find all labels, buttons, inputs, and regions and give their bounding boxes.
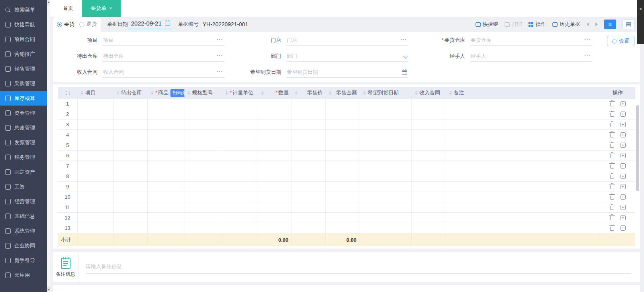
- table-cell[interactable]: [360, 161, 412, 171]
- table-cell[interactable]: [78, 161, 114, 171]
- next-arrow-icon[interactable]: [595, 22, 598, 26]
- doc-date-value[interactable]: 2022-09-21: [131, 20, 162, 27]
- department-input[interactable]: [286, 51, 408, 62]
- table-cell[interactable]: [360, 130, 412, 140]
- table-cell[interactable]: [292, 99, 326, 109]
- table-cell[interactable]: [326, 202, 360, 212]
- table-cell[interactable]: [360, 151, 412, 161]
- table-cell[interactable]: [184, 120, 222, 129]
- table-cell[interactable]: [446, 192, 600, 202]
- table-cell[interactable]: [292, 120, 326, 129]
- table-cell[interactable]: [446, 151, 600, 161]
- table-cell[interactable]: [292, 213, 326, 223]
- table-cell[interactable]: [360, 182, 412, 192]
- table-cell[interactable]: [326, 99, 360, 109]
- delete-row-icon[interactable]: [610, 185, 614, 189]
- sidebar-item[interactable]: 销售管理: [0, 61, 50, 76]
- table-cell[interactable]: [326, 161, 360, 171]
- table-cell[interactable]: [446, 161, 600, 171]
- table-cell[interactable]: [78, 120, 114, 129]
- window-close-icon[interactable]: ×: [639, 6, 642, 12]
- sort-icon[interactable]: [415, 91, 417, 95]
- handler-input[interactable]: [470, 51, 592, 62]
- operations-button[interactable]: 操作: [529, 21, 546, 28]
- remarks-input[interactable]: [86, 260, 631, 274]
- table-cell[interactable]: [222, 213, 258, 223]
- table-cell[interactable]: [222, 223, 258, 233]
- table-cell[interactable]: [114, 223, 148, 233]
- table-cell[interactable]: [148, 171, 184, 181]
- table-cell[interactable]: [258, 161, 292, 171]
- table-cell[interactable]: [78, 182, 114, 192]
- sort-icon[interactable]: [188, 91, 190, 95]
- delete-row-icon[interactable]: [610, 206, 614, 210]
- table-cell[interactable]: [446, 202, 600, 212]
- delete-row-icon[interactable]: [610, 196, 614, 200]
- table-cell[interactable]: [222, 109, 258, 119]
- table-cell[interactable]: [292, 151, 326, 161]
- table-cell[interactable]: [184, 161, 222, 171]
- delete-row-icon[interactable]: [610, 113, 614, 117]
- table-cell[interactable]: [412, 130, 446, 140]
- table-cell[interactable]: [258, 213, 292, 223]
- table-cell[interactable]: [326, 182, 360, 192]
- add-row-icon[interactable]: [621, 174, 626, 179]
- sort-icon[interactable]: [81, 91, 83, 95]
- table-cell[interactable]: [326, 151, 360, 161]
- table-cell[interactable]: [184, 99, 222, 109]
- more-options-icon[interactable]: [217, 68, 223, 74]
- sidebar-item[interactable]: 基础信息: [0, 209, 50, 223]
- table-cell[interactable]: [148, 213, 184, 223]
- sort-icon[interactable]: [295, 91, 298, 95]
- sidebar-item[interactable]: 资金管理: [0, 106, 50, 120]
- table-cell[interactable]: [78, 223, 114, 233]
- more-options-icon[interactable]: [584, 52, 591, 58]
- prev-arrow-icon[interactable]: [587, 22, 589, 26]
- table-cell[interactable]: [184, 171, 222, 181]
- table-scrollbar-thumb[interactable]: [636, 105, 639, 191]
- table-cell[interactable]: [184, 202, 222, 212]
- doc-date-field[interactable]: 2022-09-21: [128, 20, 172, 29]
- table-cell[interactable]: [148, 223, 184, 233]
- table-cell[interactable]: [78, 99, 114, 109]
- table-cell[interactable]: [258, 109, 292, 119]
- table-cell[interactable]: [184, 213, 222, 223]
- card-view-toggle[interactable]: ▤: [622, 20, 634, 29]
- delete-row-icon[interactable]: [610, 227, 614, 231]
- table-cell[interactable]: [258, 192, 292, 202]
- table-cell[interactable]: [360, 223, 412, 233]
- table-cell[interactable]: [148, 99, 184, 109]
- table-cell[interactable]: [258, 151, 292, 161]
- add-row-icon[interactable]: [621, 225, 626, 231]
- table-cell[interactable]: [258, 223, 292, 233]
- table-cell[interactable]: [412, 109, 446, 119]
- table-cell[interactable]: [222, 130, 258, 140]
- add-row-icon[interactable]: [621, 122, 626, 127]
- table-cell[interactable]: [360, 213, 412, 223]
- tab-home[interactable]: 首页: [54, 0, 82, 17]
- radio-return-goods[interactable]: 退货: [79, 21, 97, 28]
- table-cell[interactable]: [148, 120, 184, 129]
- table-cell[interactable]: [360, 120, 412, 129]
- sidebar-item[interactable]: 经营管理: [0, 194, 50, 209]
- table-cell[interactable]: [78, 151, 114, 161]
- table-cell[interactable]: [184, 182, 222, 192]
- sidebar-item[interactable]: 项目合同: [0, 32, 50, 47]
- table-cell[interactable]: [114, 182, 148, 192]
- table-cell[interactable]: [360, 140, 412, 150]
- sort-icon[interactable]: [117, 91, 119, 95]
- table-cell[interactable]: [148, 202, 184, 212]
- table-cell[interactable]: [326, 192, 360, 202]
- table-cell[interactable]: [360, 109, 412, 119]
- more-options-icon[interactable]: [584, 36, 591, 42]
- table-cell[interactable]: [78, 213, 114, 223]
- table-cell[interactable]: [412, 140, 446, 150]
- table-cell[interactable]: [446, 109, 600, 119]
- sidebar-item[interactable]: 企业协同: [0, 238, 50, 253]
- sidebar-item[interactable]: 总账管理: [0, 120, 50, 135]
- more-options-icon[interactable]: [217, 36, 223, 42]
- table-cell[interactable]: [412, 213, 446, 223]
- radio-request-goods[interactable]: 要货: [57, 21, 74, 28]
- table-cell[interactable]: [292, 130, 326, 140]
- table-cell[interactable]: [114, 140, 148, 150]
